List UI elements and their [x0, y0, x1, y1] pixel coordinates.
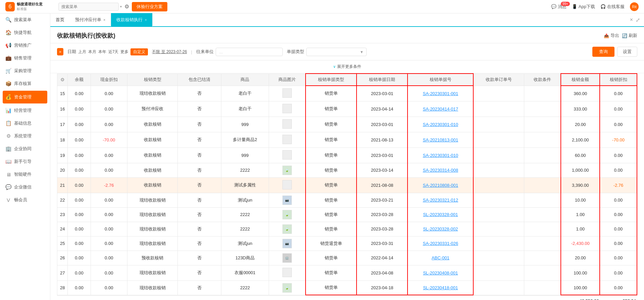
industry-button[interactable]: 休验行业方案: [132, 2, 167, 11]
table-row: 16 0.00 0.00 预付冲应收 否 老白干 销货单 2023-04-14 …: [57, 101, 637, 117]
sidebar-item-quick-nav[interactable]: 🏠 快捷导航: [0, 26, 50, 39]
sidebar-item-sales[interactable]: 💼 销售管理: [0, 52, 50, 65]
row-doc-no[interactable]: SA-20230414-017: [408, 101, 473, 117]
row-doc-no[interactable]: SL-20230328-001: [408, 207, 473, 222]
sidebar-item-purchase[interactable]: 🛒 采购管理: [0, 65, 50, 77]
date-link-last-month[interactable]: 上月: [78, 49, 86, 55]
sidebar-item-system[interactable]: ⚙ 系统管理: [0, 130, 50, 142]
sidebar-item-wechat[interactable]: 💬 企业微信: [0, 181, 50, 194]
avatar[interactable]: Rit: [630, 2, 639, 11]
row-doc-no[interactable]: SA-20210808-001: [408, 177, 473, 193]
tab-home[interactable]: 首页: [50, 13, 70, 27]
row-discount: 0.00: [600, 265, 637, 281]
setting-button[interactable]: 设置: [617, 47, 637, 57]
toggle-button[interactable]: »: [57, 48, 63, 55]
row-amount: 1,000.00: [561, 163, 600, 177]
row-cash-discount: 0.00: [91, 251, 127, 265]
list-icon: 📋: [5, 120, 11, 126]
row-num: 16: [57, 101, 68, 117]
sidebar-item-guide[interactable]: 📖 新手引导: [0, 155, 50, 168]
logo-text: 畅捷通谱好生意 标准版: [17, 2, 43, 11]
row-image: [269, 265, 306, 281]
row-doc-no[interactable]: SA-20230301-010: [408, 117, 473, 132]
sidebar: 🔍 搜索菜单 🏠 快捷导航 📢 营销推广 💼 销售管理 🛒 采购管理 📦 库存核…: [0, 13, 50, 300]
table-row: 22 0.00 0.00 现结收款核销 否 测试jun 📷 销货单 2023-0…: [57, 193, 637, 207]
home-icon: 🏠: [5, 30, 11, 36]
sidebar-label-finance: 资金管理: [14, 94, 32, 100]
row-product: 测试jun: [221, 193, 269, 207]
row-amount: 1.00: [561, 222, 600, 236]
row-doc-no[interactable]: SA-20210813-001: [408, 132, 473, 147]
sidebar-item-basic[interactable]: 📋 基础信息: [0, 117, 50, 130]
service-icon: 🎧: [600, 4, 606, 9]
export-button[interactable]: 📤 导出: [604, 33, 619, 39]
tab-receipt[interactable]: 收款核销执行 ×: [111, 13, 152, 27]
sidebar-item-finance[interactable]: 💰 资金管理: [3, 91, 47, 103]
sidebar-item-inventory[interactable]: 📦 库存核算: [0, 77, 50, 90]
row-doc-type: 销货单: [306, 163, 357, 177]
row-doc-no[interactable]: SA-20230321-012: [408, 193, 473, 207]
row-doc-no[interactable]: SL-20230418-001: [408, 281, 473, 295]
product-image: [282, 104, 292, 113]
sidebar-label-wechat: 企业微信: [14, 184, 32, 190]
row-order-no: [473, 265, 524, 281]
maximize-icon[interactable]: ⤢: [636, 17, 640, 23]
voucher-type-select[interactable]: ▾: [306, 48, 367, 56]
row-doc-no[interactable]: SA-20230301-001: [408, 86, 473, 101]
top-bar: 6 畅捷通谱好生意 标准版 ▾ ⚙ 休验行业方案 💬 消息 99+ 📱 App下…: [0, 0, 644, 13]
tab-prepay[interactable]: 预付冲应付单 ×: [70, 13, 111, 27]
row-doc-no[interactable]: SA-20230314-008: [408, 163, 473, 177]
row-doc-no[interactable]: ABC-001: [408, 251, 473, 265]
sidebar-item-enterprise[interactable]: 🏢 企业协同: [0, 142, 50, 155]
top-search-input[interactable]: [58, 3, 119, 11]
row-doc-type: 销货单: [306, 147, 357, 163]
query-button[interactable]: 查询: [592, 47, 614, 57]
refresh-button[interactable]: 🔄 刷新: [622, 33, 637, 39]
counterpart-input[interactable]: ...: [216, 48, 283, 56]
date-link-7days[interactable]: 近7天: [108, 49, 119, 55]
row-amount: 1.00: [561, 207, 600, 222]
row-product: 2222: [221, 207, 269, 222]
col-order-no-header: 收款单订单号: [473, 74, 524, 86]
row-doc-no[interactable]: SL-20230408-001: [408, 265, 473, 281]
row-balance: 0.00: [68, 236, 91, 251]
app-download-button[interactable]: 📱 App下载: [572, 4, 595, 10]
search-area: ▾: [58, 3, 122, 11]
sidebar-item-member[interactable]: V 畅会员: [0, 194, 50, 206]
sidebar-item-operation[interactable]: 📊 经营管理: [0, 104, 50, 117]
row-balance: 0.00: [68, 132, 91, 147]
sidebar-item-marketing[interactable]: 📢 营销推广: [0, 39, 50, 52]
settings-gear-icon[interactable]: ⚙: [60, 77, 65, 82]
message-button[interactable]: 💬 消息 99+: [551, 4, 567, 10]
row-doc-no[interactable]: SA-20230301-010: [408, 147, 473, 163]
close-icon[interactable]: ×: [630, 17, 633, 23]
row-cash-discount: 0.00: [91, 222, 127, 236]
row-num: 26: [57, 251, 68, 265]
row-cash-discount: 0.00: [91, 101, 127, 117]
row-balance: 0.00: [68, 163, 91, 177]
expand-more-button[interactable]: ∨ 展开更多条件: [57, 62, 637, 71]
counterpart-label: 往来单位: [196, 49, 214, 55]
sidebar-label-search: 搜索菜单: [14, 17, 32, 23]
date-link-more[interactable]: 更多: [120, 49, 128, 55]
filter-row-main: » 日期 上月 本月 本年 近7天 更多 自定义 不限 至 2023-07-26…: [57, 47, 637, 57]
date-link-this-month[interactable]: 本月: [88, 49, 96, 55]
table-row: 24 0.00 0.00 现结收款核销 否 2222 🍃 销货单 2023-03…: [57, 222, 637, 236]
top-bar-left: 6 畅捷通谱好生意 标准版 ▾ ⚙ 休验行业方案: [5, 2, 167, 11]
close-receipt-icon[interactable]: ×: [145, 18, 147, 22]
date-link-this-year[interactable]: 本年: [98, 49, 106, 55]
row-doc-no[interactable]: SA-20230331-026: [408, 236, 473, 251]
row-order-no: [473, 101, 524, 117]
settings-icon[interactable]: ⚙: [124, 3, 129, 10]
online-service-button[interactable]: 🎧 在线客服: [600, 4, 625, 10]
row-doc-no[interactable]: SL-20230328-002: [408, 222, 473, 236]
close-prepay-icon[interactable]: ×: [103, 18, 105, 22]
date-range[interactable]: 不限 至 2023-07-26: [152, 49, 187, 55]
sidebar-item-search[interactable]: 🔍 搜索菜单: [0, 13, 50, 26]
date-link-custom[interactable]: 自定义: [130, 48, 148, 55]
row-order-no: [473, 117, 524, 132]
row-image: 🍃: [269, 207, 306, 222]
sidebar-item-hardware[interactable]: 🖥 智能硬件: [0, 168, 50, 181]
row-doc-type: 销货单: [306, 251, 357, 265]
row-condition: [524, 117, 561, 132]
